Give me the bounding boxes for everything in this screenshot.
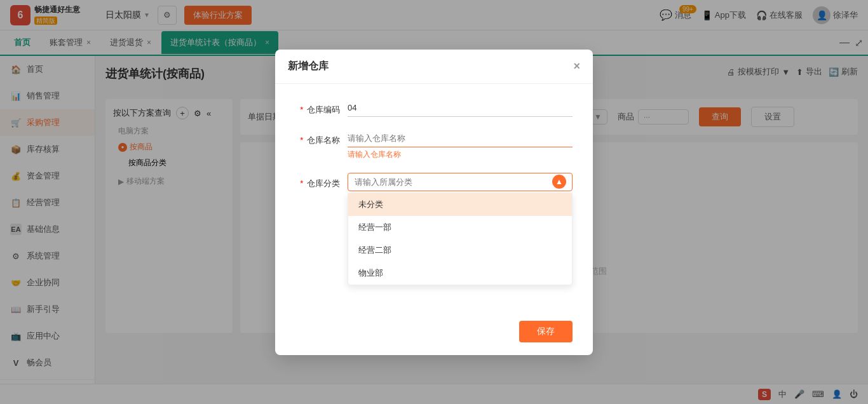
warehouse-name-error: 请输入仓库名称	[348, 149, 573, 160]
dialog-body: * 仓库编码 * 仓库名称 请输入仓库名称	[275, 84, 593, 313]
warehouse-category-label: * 仓库分类	[295, 173, 340, 189]
required-mark2: *	[300, 135, 303, 145]
save-button[interactable]: 保存	[519, 321, 573, 342]
warehouse-category-input[interactable]	[348, 173, 573, 191]
modal-overlay: 新增仓库 × * 仓库编码 * 仓库名称	[0, 0, 868, 404]
warehouse-name-label: * 仓库名称	[295, 130, 340, 146]
warehouse-name-control: 请输入仓库名称	[348, 130, 573, 160]
warehouse-name-row: * 仓库名称 请输入仓库名称	[295, 130, 573, 160]
category-dropdown: 未分类 经营一部 经营二部 物业部	[348, 192, 573, 285]
warehouse-category-row: * 仓库分类 ▲ 未分类 经营一部	[295, 173, 573, 285]
required-mark3: *	[300, 178, 303, 188]
dropdown-item-uncategorized[interactable]: 未分类	[348, 193, 572, 216]
dropdown-item-dept2[interactable]: 经营二部	[348, 239, 572, 262]
category-select-wrapper: ▲	[348, 173, 573, 191]
warehouse-code-control	[348, 99, 573, 117]
category-arrow-icon[interactable]: ▲	[552, 175, 566, 189]
warehouse-code-label: * 仓库编码	[295, 99, 340, 116]
dialog-title: 新增仓库	[288, 60, 329, 73]
add-warehouse-dialog: 新增仓库 × * 仓库编码 * 仓库名称	[275, 50, 593, 355]
required-mark: *	[300, 105, 303, 114]
warehouse-code-row: * 仓库编码	[295, 99, 573, 117]
dialog-close-icon[interactable]: ×	[573, 60, 580, 73]
dropdown-item-dept3[interactable]: 物业部	[348, 262, 572, 285]
dropdown-item-dept1[interactable]: 经营一部	[348, 216, 572, 239]
warehouse-code-input[interactable]	[348, 99, 573, 117]
warehouse-name-input[interactable]	[348, 130, 573, 147]
dialog-header: 新增仓库 ×	[275, 50, 593, 84]
warehouse-category-control: ▲ 未分类 经营一部 经营二部 物业部	[348, 173, 573, 285]
dialog-footer: 保存	[275, 313, 593, 355]
